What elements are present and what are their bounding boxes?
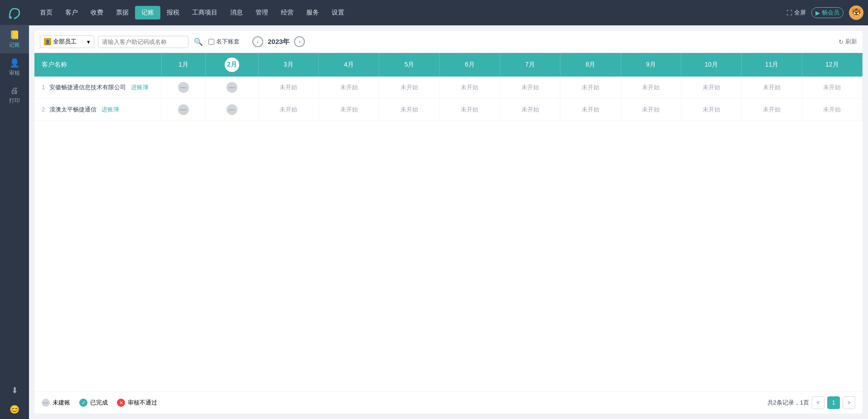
checkbox-text: 名下账套 [216, 38, 240, 46]
col-jan: 1月 [161, 53, 206, 77]
member-button[interactable]: ▶ 畅会员 [811, 7, 844, 18]
not-started-status: 未开始 [400, 84, 418, 91]
rejected-dot: ✕ [117, 399, 125, 407]
myaccounts-checkbox[interactable] [208, 39, 214, 45]
dash-icon: — [43, 400, 48, 406]
toolbar: 👤 全部员工 ▾ 🔍 名下账套 ‹ 2023年 › ↻ 刷新 [34, 31, 863, 53]
month-cell: 未开始 [742, 77, 802, 99]
sidebar-item-download[interactable]: ⬇ [0, 381, 29, 400]
current-month-circle: 2月 [225, 58, 239, 72]
client-cell: 2 漠澳太平畅捷通信 进账簿 [34, 99, 161, 121]
month-cell: 未开始 [379, 77, 439, 99]
not-started-status: 未开始 [461, 84, 478, 91]
sidebar-bottom: ⬇ 😊 [0, 381, 29, 419]
main-content: 首页 客户 收费 票据 记账 报税 工商项目 消息 管理 经营 服务 设置 ⛶ … [29, 0, 868, 419]
not-started-status: 未开始 [703, 106, 720, 113]
month-cell: 未开始 [319, 99, 379, 121]
next-page-button[interactable]: > [843, 396, 855, 409]
sidebar-item-audit[interactable]: 👤 审核 [0, 53, 29, 82]
month-cell: 未开始 [439, 99, 500, 121]
table-row: 2 漠澳太平畅捷通信 进账簿 ——未开始未开始未开始未开始未开始未开始未开始未开… [34, 99, 863, 121]
x-icon: ✕ [119, 400, 123, 406]
nav-customer[interactable]: 客户 [59, 6, 84, 19]
fullscreen-icon: ⛶ [786, 10, 792, 16]
employee-select[interactable]: 👤 全部员工 ▾ [40, 35, 94, 48]
month-cell: 未开始 [439, 77, 500, 99]
dash-status: — [227, 82, 237, 93]
nav-message[interactable]: 消息 [224, 6, 249, 19]
jinzhang-link[interactable]: 进账簿 [101, 106, 119, 113]
employee-icon: 👤 [44, 38, 51, 45]
month-cell: — [161, 77, 206, 99]
month-cell: 未开始 [379, 99, 439, 121]
next-year-button[interactable]: › [294, 36, 305, 47]
col-aug: 8月 [560, 53, 621, 77]
search-button[interactable]: 🔍 [192, 36, 205, 48]
sidebar-item-print[interactable]: 🖨 打印 [0, 82, 29, 109]
employee-label: 全部员工 [53, 38, 77, 46]
audit-icon: 👤 [10, 58, 19, 68]
jinzhang-link[interactable]: 进账簿 [131, 84, 149, 91]
main-table: 客户名称 1月 2月 3月 4月 5月 6月 7月 8月 9月 [34, 53, 863, 121]
col-jul: 7月 [500, 53, 560, 77]
col-apr: 4月 [319, 53, 379, 77]
search-input[interactable] [98, 36, 188, 48]
nav-manage[interactable]: 管理 [249, 6, 275, 19]
nav-business[interactable]: 工商项目 [186, 6, 224, 19]
page-footer: — 未建账 ✓ 已完成 ✕ 审核不通过 共2条记录，1 [34, 391, 863, 414]
pagination: 共2条记录，1页 < 1 > [767, 396, 855, 409]
table-header-row: 客户名称 1月 2月 3月 4月 5月 6月 7月 8月 9月 [34, 53, 863, 77]
prev-year-button[interactable]: ‹ [252, 36, 263, 47]
client-name: 漠澳太平畅捷通信 [49, 106, 96, 113]
month-cell: 未开始 [621, 77, 681, 99]
refresh-button[interactable]: ↻ 刷新 [839, 38, 857, 46]
nav-billing[interactable]: 收费 [84, 6, 110, 19]
sidebar-item-support[interactable]: 😊 [0, 400, 29, 419]
month-cell: 未开始 [319, 77, 379, 99]
nav-service[interactable]: 服务 [300, 6, 325, 19]
not-started-status: 未开始 [340, 106, 358, 113]
nav-tax[interactable]: 报税 [160, 6, 186, 19]
col-client-name: 客户名称 [34, 53, 161, 77]
prev-page-button[interactable]: < [812, 396, 825, 409]
month-cell: 未开始 [621, 99, 681, 121]
month-cell: 未开始 [560, 77, 621, 99]
not-started-status: 未开始 [280, 106, 297, 113]
not-started-status: 未开始 [340, 84, 358, 91]
row-index: 2 [42, 106, 45, 113]
col-nov: 11月 [742, 53, 802, 77]
month-cell: 未开始 [681, 77, 741, 99]
sidebar-print-label: 打印 [9, 97, 20, 105]
nav-home[interactable]: 首页 [34, 6, 59, 19]
month-cell: 未开始 [258, 99, 318, 121]
col-feb: 2月 [206, 53, 259, 77]
avatar[interactable]: 🐯 [849, 5, 863, 20]
legend-completed: ✓ 已完成 [79, 399, 108, 407]
nav-operation[interactable]: 经营 [275, 6, 300, 19]
nav-invoice[interactable]: 票据 [110, 6, 135, 19]
topnav-right: ⛶ 全屏 ▶ 畅会员 🐯 [786, 5, 863, 20]
col-may: 5月 [379, 53, 439, 77]
not-started-status: 未开始 [582, 84, 599, 91]
fullscreen-button[interactable]: ⛶ 全屏 [786, 9, 806, 17]
nav-bookkeeping[interactable]: 记账 [135, 6, 160, 19]
table-row: 1 安徽畅捷通信息技术有限公司 进账簿 ——未开始未开始未开始未开始未开始未开始… [34, 77, 863, 99]
member-label: 畅会员 [822, 9, 839, 17]
year-nav: ‹ 2023年 › [252, 36, 305, 47]
checkbox-label[interactable]: 名下账套 [208, 38, 240, 46]
dash-status: — [178, 104, 189, 115]
client-name: 安徽畅捷通信息技术有限公司 [49, 84, 126, 91]
not-started-status: 未开始 [280, 84, 297, 91]
svg-point-0 [9, 16, 11, 19]
month-cell: 未开始 [258, 77, 318, 99]
page-1-button[interactable]: 1 [827, 396, 840, 409]
col-dec: 12月 [802, 53, 862, 77]
table-body: 1 安徽畅捷通信息技术有限公司 进账簿 ——未开始未开始未开始未开始未开始未开始… [34, 77, 863, 121]
not-started-status: 未开始 [400, 106, 418, 113]
sidebar-item-bookkeeping[interactable]: 📒 记账 [0, 25, 29, 53]
nav-settings[interactable]: 设置 [325, 6, 351, 19]
not-started-status: 未开始 [763, 84, 781, 91]
not-started-status: 未开始 [703, 84, 720, 91]
support-icon: 😊 [10, 405, 19, 414]
page-body: 👤 全部员工 ▾ 🔍 名下账套 ‹ 2023年 › ↻ 刷新 [29, 25, 868, 419]
